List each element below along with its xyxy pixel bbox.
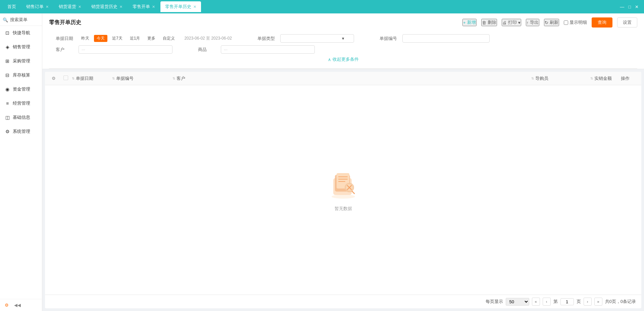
goods-label: 商品: [198, 47, 207, 53]
select-all-checkbox[interactable]: [63, 75, 68, 80]
refresh-button[interactable]: ↻ 刷新: [544, 19, 559, 26]
close-tab-return[interactable]: ✕: [78, 5, 81, 9]
collapse-sidebar-icon[interactable]: ◀◀: [14, 303, 21, 308]
sidebar-item-finance[interactable]: ◉ 资金管理: [0, 82, 42, 96]
filter-row-date: 单据日期 昨天 今天 近7天 近1月 更多 自定义 2023-06-02 至 2…: [56, 34, 631, 43]
add-button[interactable]: + 新增: [462, 19, 477, 26]
setting-button[interactable]: 设置: [617, 17, 637, 28]
last-page-button[interactable]: »: [594, 298, 602, 306]
page-size-select[interactable]: 50 10 20 100: [506, 298, 529, 306]
restore-icon[interactable]: □: [628, 4, 631, 9]
sidebar-item-system[interactable]: ⚙ 系统管理: [0, 124, 42, 139]
search-icon: 🔍: [3, 17, 8, 22]
sidebar-item-quicknav[interactable]: ⊡ 快捷导航: [0, 26, 42, 40]
total-info: 共0页，0条记录: [605, 299, 636, 305]
system-icon: ⚙: [5, 129, 10, 134]
tab-return-history[interactable]: 销货退货历史 ✕: [87, 1, 127, 12]
svg-point-0: [332, 195, 355, 199]
sort-icon: ⇅: [531, 76, 534, 80]
date-yesterday[interactable]: 昨天: [79, 35, 92, 42]
finance-icon: ◉: [5, 87, 10, 92]
col-select-all[interactable]: [60, 75, 72, 81]
col-date[interactable]: ⇅ 单据日期: [72, 75, 112, 82]
tab-sales-order[interactable]: 销售订单 ✕: [21, 1, 53, 12]
sales-icon: ◈: [5, 44, 10, 50]
prev-page-button[interactable]: ‹: [543, 298, 551, 306]
sidebar-item-label: 销售管理: [13, 44, 30, 50]
minimize-icon[interactable]: —: [620, 4, 624, 9]
date-custom[interactable]: 自定义: [160, 35, 178, 42]
display-toggle-checkbox[interactable]: [564, 20, 568, 25]
page-number-input[interactable]: [560, 298, 574, 305]
sidebar-item-label: 基础信息: [13, 114, 30, 120]
date-shortcuts: 昨天 今天 近7天 近1月 更多 自定义: [79, 35, 178, 42]
col-customer[interactable]: ⇅ 客户: [172, 75, 531, 82]
customer-input[interactable]: ···: [79, 45, 172, 54]
close-tab-return-history[interactable]: ✕: [119, 5, 122, 9]
next-page-button[interactable]: ›: [584, 298, 592, 306]
type-select[interactable]: ▾: [280, 34, 354, 43]
add-icon: +: [463, 20, 466, 25]
window-controls: — □ ✕: [620, 4, 641, 9]
top-tabbar: + 新增 首页 销售订单 ✕ 销货退货 ✕ 销货退货历史 ✕ 零售开单 ✕ 零售…: [0, 0, 644, 13]
sidebar-item-label: 经营管理: [13, 100, 30, 106]
toolbar-actions: + 新增 🗑 删除 🖨 打印 ▾ ↑ 导出: [462, 17, 637, 28]
page-label-post: 页: [577, 299, 581, 305]
window-close-icon[interactable]: ✕: [635, 4, 639, 9]
col-settings[interactable]: ⚙: [48, 76, 60, 81]
date-more[interactable]: 更多: [145, 35, 158, 42]
quicknav-icon: ⊡: [5, 30, 10, 36]
number-input[interactable]: [402, 34, 490, 43]
close-tab-retail-order[interactable]: ✕: [152, 5, 155, 9]
export-icon: ↑: [527, 20, 529, 25]
sidebar-item-label: 资金管理: [13, 86, 30, 92]
sidebar-search-label: 搜索菜单: [10, 17, 28, 23]
collapse-icon: ∧: [328, 57, 331, 62]
tab-retail-order[interactable]: 零售开单 ✕: [128, 1, 160, 12]
print-button[interactable]: 🖨 打印 ▾: [502, 19, 521, 26]
col-action: 操作: [612, 75, 639, 82]
sort-icon: ⇅: [112, 76, 115, 80]
tab-home[interactable]: + 新增 首页: [3, 1, 21, 12]
goods-input[interactable]: ···: [221, 45, 315, 54]
settings-icon[interactable]: ⚙: [5, 303, 9, 308]
refresh-icon: ↻: [545, 20, 548, 25]
sort-icon: ⇅: [72, 76, 75, 80]
col-guide[interactable]: ⇅ 导购员: [531, 75, 572, 82]
col-number[interactable]: ⇅ 单据编号: [112, 75, 172, 82]
sidebar-item-purchase[interactable]: ⊞ 采购管理: [0, 54, 42, 68]
tab-return[interactable]: 销货退货 ✕: [54, 1, 86, 12]
tab-retail-order-history[interactable]: 零售开单历史 ✕: [160, 1, 201, 12]
close-tab-retail-order-history[interactable]: ✕: [193, 5, 196, 9]
page-size-label: 每页显示: [486, 299, 503, 305]
date-7days[interactable]: 近7天: [109, 35, 125, 42]
sidebar-search[interactable]: 🔍 搜索菜单: [0, 13, 42, 26]
date-range-text: 2023-06-02 至 2023-06-02: [184, 36, 232, 41]
sidebar-bottom: ⚙ ◀◀: [0, 299, 42, 311]
col-amount[interactable]: ⇅ 实销金额: [572, 75, 612, 82]
content-area: 零售开单历史 + 新增 🗑 删除 🖨 打印 ▾: [42, 13, 644, 311]
export-button[interactable]: ↑ 导出: [526, 19, 540, 26]
sidebar-item-sales[interactable]: ◈ 销售管理: [0, 40, 42, 54]
display-toggle[interactable]: 显示明细: [564, 19, 587, 25]
purchase-icon: ⊞: [5, 58, 10, 64]
date-label: 单据日期: [56, 36, 73, 42]
page-header: 零售开单历史 + 新增 🗑 删除 🖨 打印 ▾: [42, 13, 644, 69]
collapse-button[interactable]: ∧ 收起更多条件: [328, 56, 359, 62]
basics-icon: ◫: [5, 115, 10, 120]
page-title: 零售开单历史: [49, 19, 81, 26]
sidebar-item-operations[interactable]: ≡ 经营管理: [0, 96, 42, 110]
delete-button[interactable]: 🗑 删除: [481, 19, 497, 26]
date-today[interactable]: 今天: [94, 35, 107, 42]
sidebar-item-label: 采购管理: [13, 58, 30, 64]
close-tab-sales-order[interactable]: ✕: [46, 5, 49, 9]
sidebar-item-basics[interactable]: ◫ 基础信息: [0, 110, 42, 124]
date-1month[interactable]: 近1月: [127, 35, 143, 42]
empty-text: 暂无数据: [335, 206, 352, 212]
sidebar-menu: ⊡ 快捷导航 ◈ 销售管理 ⊞ 采购管理 ⊟ 库存核算 ◉ 资金管理 ≡ 经营管…: [0, 26, 42, 299]
sidebar: 🔍 搜索菜单 ⊡ 快捷导航 ◈ 销售管理 ⊞ 采购管理 ⊟ 库存核算 ◉ 资金管: [0, 13, 42, 311]
sidebar-item-inventory[interactable]: ⊟ 库存核算: [0, 68, 42, 82]
first-page-button[interactable]: «: [532, 298, 540, 306]
filter-collapse-row: ∧ 收起更多条件: [56, 56, 631, 62]
query-button[interactable]: 查询: [592, 17, 612, 28]
